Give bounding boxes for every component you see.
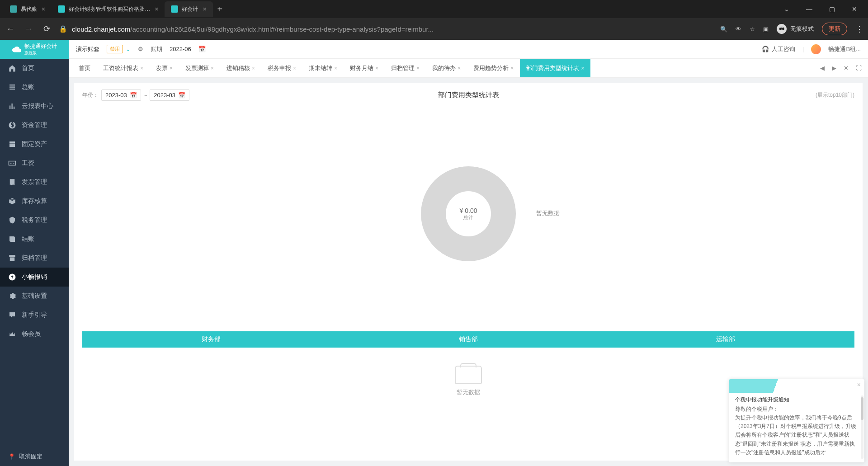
app-tab[interactable]: 我的待办×	[426, 59, 467, 77]
search-icon[interactable]: 🔍	[720, 26, 727, 33]
incognito-indicator[interactable]: 🕶 无痕模式	[777, 24, 814, 34]
tabs-prev-icon[interactable]: ◀	[817, 63, 827, 73]
cloud-icon	[12, 44, 22, 54]
panel-header: 年份： 2023-03 📅 ~ 2023-03 📅 部门费用类型统计表 (展示t…	[82, 89, 854, 101]
close-book-icon	[8, 235, 16, 243]
donut-leader-line	[516, 214, 534, 214]
app-tab[interactable]: 归档管理×	[385, 59, 426, 77]
close-icon[interactable]: ×	[416, 65, 420, 71]
tab-favicon	[58, 5, 65, 13]
tabs-close-all-icon[interactable]: ✕	[841, 63, 851, 73]
star-icon[interactable]: ☆	[750, 26, 755, 33]
minimize-icon[interactable]: —	[799, 5, 819, 13]
date-to-picker[interactable]: 2023-03 📅	[150, 89, 189, 101]
forward-button[interactable]: →	[23, 24, 34, 34]
close-icon[interactable]: ×	[581, 65, 584, 71]
year-label: 年份：	[82, 91, 99, 99]
app-tab[interactable]: 发票×	[150, 59, 179, 77]
app-logo[interactable]: 畅捷通好会计 旗舰版	[0, 40, 69, 59]
notification-greeting: 尊敬的个税用户：	[735, 405, 858, 414]
department-column-header[interactable]: 财务部	[82, 335, 340, 344]
app-tab[interactable]: 财务月结×	[344, 59, 385, 77]
sidebar-item-home[interactable]: 首页	[0, 59, 69, 78]
app-tab[interactable]: 工资统计报表×	[97, 59, 150, 77]
new-tab-button[interactable]: +	[213, 4, 227, 14]
date-from-picker[interactable]: 2023-03 📅	[101, 89, 141, 101]
sidebar-item-inventory[interactable]: 库存核算	[0, 192, 69, 211]
fullscreen-icon[interactable]: ⛶	[853, 63, 864, 73]
tabs-next-icon[interactable]: ▶	[829, 63, 839, 73]
caret-down-icon[interactable]: ⌄	[777, 5, 797, 13]
notification-scrollbar[interactable]	[861, 395, 863, 459]
back-button[interactable]: ←	[5, 24, 16, 34]
app-tabs-bar: 首页工资统计报表×发票×发票测算×进销稽核×税务申报×期末结转×财务月结×归档管…	[69, 59, 868, 78]
user-avatar[interactable]	[811, 44, 821, 54]
app-tab[interactable]: 期末结转×	[302, 59, 344, 77]
sidebar-item-archive[interactable]: 归档管理	[0, 249, 69, 268]
sidebar-item-label: 工资	[22, 159, 34, 167]
sidebar-item-settings[interactable]: 基础设置	[0, 287, 69, 306]
app-tab[interactable]: 税务申报×	[261, 59, 302, 77]
tab-title: 易代账	[21, 5, 37, 13]
browser-tab[interactable]: 易代账 ×	[4, 1, 52, 17]
app-tab-label: 发票	[156, 64, 168, 72]
reload-button[interactable]: ⟳	[41, 24, 52, 34]
department-column-header[interactable]: 销售部	[340, 335, 597, 344]
close-icon[interactable]: ×	[857, 381, 861, 388]
close-icon[interactable]: ×	[170, 65, 173, 71]
browser-tab[interactable]: 好会计财务管理软件购买价格及… ×	[52, 1, 165, 17]
unpin-button[interactable]: 📍 取消固定	[0, 447, 69, 466]
sidebar-item-vip[interactable]: 畅会员	[0, 325, 69, 344]
sidebar-item-reimburse[interactable]: 小畅报销	[0, 268, 69, 287]
app-tab[interactable]: 进销稽核×	[220, 59, 261, 77]
url-display[interactable]: 🔒 cloud2.chanjet.com /accounting/uh26t26…	[59, 25, 714, 33]
user-name[interactable]: 畅捷通B组...	[828, 45, 861, 53]
account-name[interactable]: 演示账套	[76, 45, 99, 53]
sidebar-item-tax[interactable]: 税务管理	[0, 211, 69, 230]
close-icon[interactable]: ×	[375, 65, 378, 71]
sidebar-item-money[interactable]: 资金管理	[0, 116, 69, 135]
chevron-down-icon[interactable]: ⌄	[126, 46, 131, 52]
app-tab[interactable]: 首页	[72, 59, 97, 77]
tab-title: 好会计	[182, 5, 198, 13]
app-tab-label: 首页	[79, 64, 90, 72]
close-icon[interactable]: ×	[42, 5, 45, 13]
close-window-icon[interactable]: ✕	[844, 5, 864, 13]
app-tab[interactable]: 部门费用类型统计表×	[520, 59, 590, 77]
notification-body: 个税申报功能升级通知 尊敬的个税用户： 为提升个税申报功能的效率，我们将于今晚9…	[729, 393, 864, 462]
sidebar-item-salary[interactable]: 工资	[0, 154, 69, 173]
department-column-header[interactable]: 运输部	[597, 335, 854, 344]
kebab-menu-icon[interactable]: ⋮	[855, 24, 863, 34]
close-icon[interactable]: ×	[211, 65, 214, 71]
unpin-label: 取消固定	[19, 452, 42, 461]
sidebar-item-invoice[interactable]: 发票管理	[0, 173, 69, 192]
sidebar-item-asset[interactable]: 固定资产	[0, 135, 69, 154]
maximize-icon[interactable]: ▢	[822, 5, 842, 13]
update-button[interactable]: 更新	[822, 23, 847, 35]
support-link[interactable]: 🎧 人工咨询	[762, 45, 795, 53]
close-icon[interactable]: ×	[203, 5, 206, 13]
period-value[interactable]: 2022-06	[170, 46, 191, 52]
close-icon[interactable]: ×	[155, 5, 158, 13]
calendar-icon[interactable]: 📅	[198, 46, 206, 52]
close-icon[interactable]: ×	[510, 65, 514, 71]
close-icon[interactable]: ×	[293, 65, 296, 71]
sidebar-item-chart[interactable]: 云报表中心	[0, 97, 69, 116]
gear-icon[interactable]: ⚙	[138, 46, 143, 52]
close-icon[interactable]: ×	[334, 65, 337, 71]
eye-off-icon[interactable]: 👁	[736, 26, 741, 33]
browser-tab-active[interactable]: 好会计 ×	[165, 1, 212, 17]
close-icon[interactable]: ×	[140, 65, 143, 71]
sidebar-item-ledger[interactable]: 总账	[0, 78, 69, 97]
close-icon[interactable]: ×	[458, 65, 461, 71]
app-tab[interactable]: 发票测算×	[179, 59, 220, 77]
support-label: 人工咨询	[772, 45, 795, 53]
app-tab[interactable]: 费用趋势分析×	[467, 59, 520, 77]
sidebar-item-guide[interactable]: 新手引导	[0, 306, 69, 325]
close-icon[interactable]: ×	[252, 65, 255, 71]
extension-icon[interactable]: ▣	[763, 26, 769, 33]
browser-tab-bar: 易代账 × 好会计财务管理软件购买价格及… × 好会计 × + ⌄ — ▢ ✕	[0, 0, 868, 18]
tab-title: 好会计财务管理软件购买价格及…	[69, 5, 150, 13]
notification-header: ×	[729, 379, 864, 393]
sidebar-item-close-book[interactable]: 结账	[0, 230, 69, 249]
